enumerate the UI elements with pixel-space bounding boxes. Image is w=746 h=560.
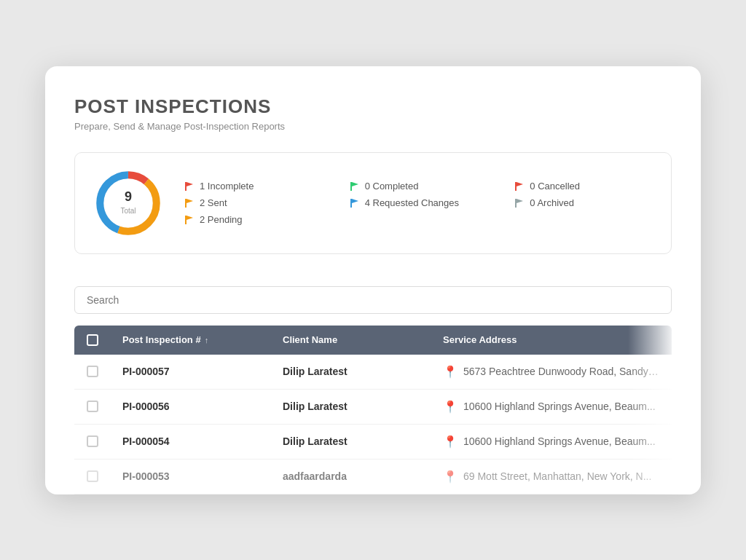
th-client-name[interactable]: Client Name xyxy=(271,334,431,346)
stat-completed: 0 Completed xyxy=(350,181,486,192)
table-body: PI-000057 Dilip Laratest 📍 5673 Peachtre… xyxy=(74,355,672,494)
address-cell: 📍 5673 Peachtree Dunwoody Road, Sandy S.… xyxy=(431,365,672,379)
pi-number[interactable]: PI-000053 xyxy=(111,470,271,482)
address-cell: 📍 69 Mott Street, Manhattan, New York, N… xyxy=(431,470,672,484)
row-checkbox-cell xyxy=(74,435,111,447)
table-row: PI-000057 Dilip Laratest 📍 5673 Peachtre… xyxy=(74,355,672,390)
location-pin-icon: 📍 xyxy=(443,435,458,449)
th-pi-number[interactable]: Post Inspection # ↑ xyxy=(111,334,271,346)
stat-completed-label: 0 Completed xyxy=(365,181,419,192)
row-checkbox[interactable] xyxy=(87,366,98,377)
address-text: 69 Mott Street, Manhattan, New York, N..… xyxy=(463,470,651,482)
total-label: Total xyxy=(120,207,136,215)
client-name[interactable]: Dilip Laratest xyxy=(271,435,431,447)
address-cell: 📍 10600 Highland Springs Avenue, Beaum..… xyxy=(431,400,672,414)
donut-chart: 9 Total xyxy=(95,170,161,236)
th-client-name-label: Client Name xyxy=(283,334,337,345)
th-pi-number-label: Post Inspection # xyxy=(122,334,201,345)
client-name[interactable]: Dilip Laratest xyxy=(271,366,431,377)
page-subtitle: Prepare, Send & Manage Post-Inspection R… xyxy=(74,121,672,132)
table-wrapper: Post Inspection # ↑ Client Name Service … xyxy=(74,326,672,494)
stat-archived-label: 0 Archived xyxy=(530,197,574,208)
flag-icon-incomplete xyxy=(184,182,195,191)
row-checkbox[interactable] xyxy=(87,470,98,482)
pi-number[interactable]: PI-000054 xyxy=(111,435,271,447)
stat-sent-label: 2 Sent xyxy=(200,197,227,208)
location-pin-icon: 📍 xyxy=(443,470,458,484)
main-card: POST INSPECTIONS Prepare, Send & Manage … xyxy=(45,66,701,494)
row-checkbox[interactable] xyxy=(87,435,98,447)
svg-rect-10 xyxy=(185,199,186,208)
stats-section: 9 Total 1 Incomplete 0 Completed xyxy=(74,152,672,254)
flag-icon-pending xyxy=(184,216,195,224)
stat-requested: 4 Requested Changes xyxy=(350,197,486,208)
location-pin-icon: 📍 xyxy=(443,400,458,414)
select-all-checkbox[interactable] xyxy=(87,334,98,346)
row-checkbox-cell xyxy=(74,470,111,482)
th-service-address[interactable]: Service Address xyxy=(431,334,672,346)
donut-center: 9 Total xyxy=(120,190,136,216)
stat-cancelled-label: 0 Cancelled xyxy=(530,181,580,192)
flag-icon-archived xyxy=(514,199,525,208)
stat-pending-label: 2 Pending xyxy=(200,214,243,225)
flag-icon-completed xyxy=(350,182,360,191)
svg-rect-6 xyxy=(350,182,352,191)
stat-cancelled: 0 Cancelled xyxy=(514,181,651,192)
flag-icon-cancelled xyxy=(514,182,525,191)
th-service-address-label: Service Address xyxy=(443,334,517,345)
svg-rect-8 xyxy=(515,182,517,191)
svg-marker-11 xyxy=(186,199,193,203)
search-wrapper xyxy=(74,275,672,314)
total-count: 9 xyxy=(120,190,136,203)
pi-number[interactable]: PI-000057 xyxy=(111,366,271,377)
address-text: 10600 Highland Springs Avenue, Beaum... xyxy=(463,435,656,447)
pi-number[interactable]: PI-000056 xyxy=(111,401,271,412)
stats-grid: 1 Incomplete 0 Completed 0 Cancelled xyxy=(184,181,651,225)
svg-marker-13 xyxy=(352,199,358,203)
page-title: POST INSPECTIONS xyxy=(74,95,672,118)
row-checkbox[interactable] xyxy=(87,401,98,412)
stat-pending: 2 Pending xyxy=(184,214,321,225)
row-checkbox-cell xyxy=(74,366,111,377)
header-checkbox-cell xyxy=(74,334,111,346)
stat-sent: 2 Sent xyxy=(184,197,321,208)
svg-rect-12 xyxy=(350,199,352,208)
svg-marker-9 xyxy=(517,182,523,186)
client-name[interactable]: Dilip Laratest xyxy=(271,401,431,412)
stat-requested-label: 4 Requested Changes xyxy=(365,197,459,208)
svg-rect-16 xyxy=(185,216,186,224)
svg-marker-5 xyxy=(186,182,193,186)
svg-marker-7 xyxy=(352,182,358,186)
search-input[interactable] xyxy=(74,286,672,314)
table-row: PI-000053 aadfaardarda 📍 69 Mott Street,… xyxy=(74,460,672,494)
svg-rect-4 xyxy=(185,182,186,191)
address-text: 5673 Peachtree Dunwoody Road, Sandy S... xyxy=(463,366,660,377)
address-text: 10600 Highland Springs Avenue, Beaum... xyxy=(463,401,656,412)
table-row: PI-000056 Dilip Laratest 📍 10600 Highlan… xyxy=(74,390,672,425)
location-pin-icon: 📍 xyxy=(443,365,458,379)
table-row: PI-000054 Dilip Laratest 📍 10600 Highlan… xyxy=(74,425,672,460)
client-name[interactable]: aadfaardarda xyxy=(271,470,431,482)
stat-archived: 0 Archived xyxy=(514,197,651,208)
address-cell: 📍 10600 Highland Springs Avenue, Beaum..… xyxy=(431,435,672,449)
flag-icon-sent xyxy=(184,199,195,208)
flag-icon-requested xyxy=(350,199,360,208)
row-checkbox-cell xyxy=(74,401,111,412)
stat-incomplete-label: 1 Incomplete xyxy=(200,181,254,192)
stat-incomplete: 1 Incomplete xyxy=(184,181,321,192)
table-header: Post Inspection # ↑ Client Name Service … xyxy=(74,326,672,355)
svg-rect-14 xyxy=(515,199,517,208)
svg-marker-15 xyxy=(517,199,523,203)
svg-marker-17 xyxy=(186,216,193,220)
sort-arrow-icon: ↑ xyxy=(205,336,209,344)
